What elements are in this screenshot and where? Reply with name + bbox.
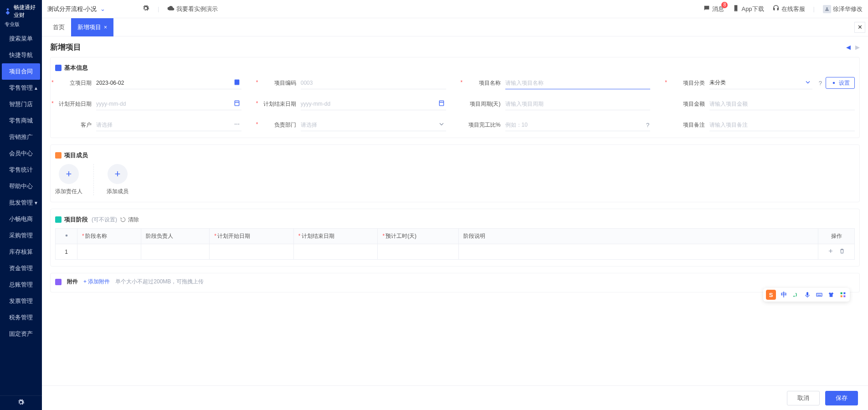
field-code: 项目编码	[260, 77, 446, 89]
sidebar-item-16[interactable]: 发票管理	[0, 293, 42, 309]
sidebar-item-8[interactable]: 零售统计	[0, 162, 42, 178]
amount-input[interactable]	[709, 97, 855, 110]
plan-start-input[interactable]	[96, 97, 241, 110]
clear-stages[interactable]: 清除	[120, 216, 139, 224]
main: 测试分开流程-小况 ⌄ | 我要看实例演示 消息 8 App下载 在线客服	[42, 0, 868, 410]
basic-info-card: 基本信息 立项日期 项目编码 项目名称	[50, 57, 860, 138]
sidebar-item-3[interactable]: 零售管理▲	[0, 80, 42, 96]
calendar-icon[interactable]	[233, 100, 241, 108]
page-title: 新增项目	[50, 42, 81, 52]
sidebar-item-6[interactable]: 营销推广	[0, 129, 42, 145]
sidebar-item-10[interactable]: 批发管理▼	[0, 195, 42, 211]
sidebar-item-12[interactable]: 采购管理	[0, 227, 42, 244]
code-input[interactable]	[301, 77, 446, 89]
sidebar-item-15[interactable]: 总账管理	[0, 277, 42, 293]
skin-icon[interactable]	[827, 291, 835, 299]
flow-settings[interactable]	[142, 5, 149, 13]
col-stage-owner: 阶段负责人	[141, 229, 210, 244]
chevron-down-icon[interactable]	[804, 79, 812, 87]
customer-input[interactable]	[96, 118, 241, 131]
section-icon	[55, 216, 62, 223]
sidebar-item-13[interactable]: 库存核算	[0, 244, 42, 260]
svg-rect-10	[843, 292, 845, 294]
sidebar-item-4[interactable]: 智慧门店	[0, 96, 42, 113]
cancel-button[interactable]: 取消	[787, 391, 820, 405]
done-pct-input[interactable]	[505, 118, 651, 131]
attachment-hint: 单个大小不超过200MB，可拖拽上传	[115, 278, 204, 286]
tabs: 首页 新增项目 × ✕	[42, 18, 868, 36]
headset-icon	[772, 5, 780, 13]
online-service[interactable]: 在线客服	[772, 5, 805, 13]
col-stage-name: 阶段名称	[77, 229, 141, 244]
app-download[interactable]: App下载	[732, 5, 764, 13]
more-icon[interactable]	[233, 121, 241, 129]
footer: 取消 保存	[42, 385, 868, 410]
table-row[interactable]: 1	[56, 244, 855, 260]
add-member-slot: + 添加成员	[107, 164, 139, 195]
sidebar-item-18[interactable]: 固定资产	[0, 326, 42, 342]
brand-name: 畅捷通好业财	[14, 4, 39, 19]
sidebar-item-11[interactable]: 小畅电商	[0, 211, 42, 227]
dept-select[interactable]	[301, 118, 446, 131]
next-record[interactable]: ▶	[855, 44, 860, 51]
page-nav: ◀ ▶	[846, 44, 860, 51]
category-select[interactable]	[709, 77, 812, 89]
sidebar-item-17[interactable]: 税务管理	[0, 309, 42, 326]
category-setup-button[interactable]: 设置	[826, 77, 855, 89]
period-input[interactable]	[505, 97, 651, 110]
name-input[interactable]	[505, 77, 651, 89]
chevron-down-icon[interactable]	[438, 121, 445, 129]
save-button[interactable]: 保存	[825, 391, 858, 405]
sidebar-item-9[interactable]: 帮助中心	[0, 178, 42, 195]
ime-logo-icon: S	[766, 290, 776, 300]
close-all-tabs[interactable]: ✕	[854, 22, 865, 33]
prev-record[interactable]: ◀	[846, 44, 851, 51]
plan-end-input[interactable]	[301, 97, 446, 110]
close-icon[interactable]: ×	[104, 24, 107, 31]
add-attachment[interactable]: + 添加附件	[83, 278, 110, 286]
sidebar-item-1[interactable]: 快捷导航	[0, 47, 42, 63]
tab-home[interactable]: 首页	[46, 18, 71, 36]
keyboard-icon[interactable]	[815, 291, 823, 299]
sidebar-item-7[interactable]: 会员中心	[0, 145, 42, 162]
field-plan-start: 计划开始日期	[55, 97, 241, 110]
help-icon[interactable]: ?	[646, 122, 649, 128]
ime-punct-icon[interactable]	[791, 291, 800, 299]
gear-icon	[142, 5, 149, 13]
basic-info-title: 基本信息	[55, 62, 855, 77]
start-date-input[interactable]	[96, 77, 241, 89]
flow-name: 测试分开流程-小况	[47, 5, 97, 13]
flow-selector[interactable]: 测试分开流程-小况 ⌄	[47, 5, 134, 13]
row-ops	[818, 244, 855, 260]
delete-row-icon[interactable]	[837, 249, 847, 256]
field-dept: 负责部门	[260, 118, 446, 131]
demo-link[interactable]: 我要看实例演示	[167, 5, 218, 13]
tab-new-project[interactable]: 新增项目 ×	[71, 18, 113, 36]
page: 新增项目 ◀ ▶ 基本信息 立项日期	[42, 36, 868, 410]
ime-lang[interactable]: 中	[780, 291, 788, 299]
calendar-icon[interactable]	[233, 79, 241, 87]
calendar-icon[interactable]	[438, 100, 445, 108]
svg-rect-9	[841, 292, 842, 294]
mic-icon[interactable]	[803, 291, 812, 299]
svg-rect-12	[843, 295, 845, 297]
apps-icon[interactable]	[839, 291, 847, 299]
messages[interactable]: 消息 8	[703, 5, 724, 13]
sidebar-item-2[interactable]: 项目合同	[2, 63, 40, 80]
sidebar-settings[interactable]	[0, 395, 42, 410]
remark-input[interactable]	[709, 118, 855, 131]
col-config[interactable]	[56, 229, 77, 244]
col-est-hours: 预计工时(天)	[378, 229, 458, 244]
user-menu[interactable]: 徐泽华修改	[823, 5, 863, 13]
add-member-button[interactable]: +	[108, 164, 128, 184]
members-card: 项目成员 + 添加责任人 + 添加成员	[50, 144, 860, 202]
sidebar-item-14[interactable]: 资金管理	[0, 260, 42, 277]
help-icon[interactable]: ?	[819, 80, 822, 87]
page-scroll[interactable]: 基本信息 立项日期 项目编码 项目名称	[42, 57, 868, 385]
brand: 畅捷通好业财	[0, 0, 42, 21]
add-row-icon[interactable]	[826, 249, 836, 256]
sidebar-item-5[interactable]: 零售商城	[0, 113, 42, 129]
ime-toolbar[interactable]: S 中	[763, 288, 850, 302]
add-owner-button[interactable]: +	[59, 164, 79, 184]
sidebar-item-0[interactable]: 搜索菜单	[0, 31, 42, 47]
